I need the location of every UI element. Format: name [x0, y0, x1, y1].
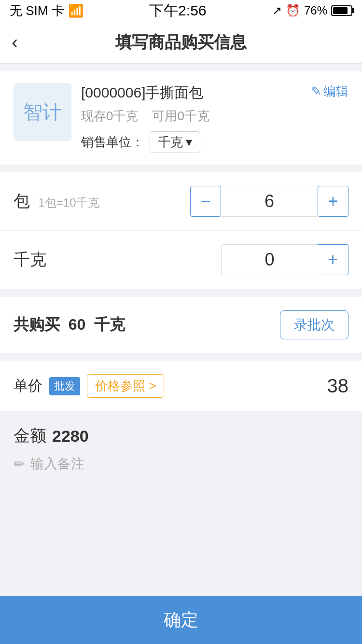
location-icon: ↗ [272, 4, 282, 17]
qty-input-kg[interactable] [221, 244, 318, 275]
qty-controls-kg: + [221, 244, 348, 275]
quantity-section: 包 1包=10千克 − + 千克 + [0, 172, 362, 289]
amount-value: 2280 [52, 427, 89, 446]
price-ref-button[interactable]: 价格参照 > [87, 374, 164, 398]
total-section: 共购买 60 千克 录批次 [0, 297, 362, 353]
price-tag: 批发 [49, 377, 80, 395]
price-value: 38 [327, 375, 349, 397]
product-name: [0000006]手撕面包 [81, 83, 311, 103]
nav-bar: ‹ 填写商品购买信息 [0, 21, 362, 64]
battery-icon [331, 5, 352, 16]
status-carrier: 无 SIM 卡 📶 [10, 2, 84, 19]
price-section: 单价 批发 价格参照 > 38 [0, 361, 362, 411]
remark-row[interactable]: ✏ 输入备注 [14, 455, 348, 473]
amount-section: 金额 2280 ✏ 输入备注 [0, 411, 362, 481]
unit-select[interactable]: 千克 ▾ [150, 131, 200, 153]
batch-button[interactable]: 录批次 [280, 310, 348, 339]
price-label: 单价 [14, 376, 42, 396]
wifi-icon: 📶 [68, 3, 84, 18]
pencil-icon: ✏ [14, 456, 25, 472]
increment-bao-button[interactable]: + [318, 186, 348, 217]
qty-row-kg: 千克 + [0, 231, 362, 289]
alarm-icon: ⏰ [286, 4, 300, 17]
qty-input-bao[interactable] [221, 186, 318, 217]
page-title: 填写商品购买信息 [115, 31, 247, 54]
total-amount: 60 [69, 316, 86, 333]
product-logo-text: 智计 [23, 99, 62, 126]
status-time: 下午2:56 [149, 1, 206, 21]
amount-row: 金额 2280 [14, 425, 348, 447]
product-thumbnail: 智计 [14, 83, 71, 141]
qty-controls-bao: − + [190, 186, 348, 217]
increment-kg-button[interactable]: + [318, 244, 348, 275]
edit-icon: ✎ [311, 84, 321, 99]
battery-percent: 76% [304, 4, 327, 17]
product-info: [0000006]手撕面包 ✎ 编辑 现存0千克 可用0千克 销售单位： 千克 … [81, 83, 348, 153]
qty-sub-label-bao: 1包=10千克 [38, 196, 99, 209]
decrement-bao-button[interactable]: − [190, 186, 221, 217]
qty-label-kg: 千克 [14, 249, 100, 271]
chevron-down-icon: ▾ [186, 135, 192, 150]
edit-button[interactable]: ✎ 编辑 [311, 83, 348, 100]
back-button[interactable]: ‹ [12, 31, 18, 53]
total-text: 共购买 60 千克 [14, 314, 125, 336]
qty-label-bao: 包 1包=10千克 [14, 190, 100, 212]
product-section: 智计 [0000006]手撕面包 ✎ 编辑 现存0千克 可用0千克 销售单位： … [0, 71, 362, 165]
remark-placeholder: 输入备注 [30, 455, 84, 473]
status-right: ↗ ⏰ 76% [272, 4, 352, 17]
product-stock: 现存0千克 可用0千克 [81, 108, 348, 125]
product-unit-row: 销售单位： 千克 ▾ [81, 131, 348, 153]
status-bar: 无 SIM 卡 📶 下午2:56 ↗ ⏰ 76% [0, 0, 362, 21]
qty-row-bao: 包 1包=10千克 − + [0, 172, 362, 231]
confirm-button[interactable]: 确定 [0, 596, 362, 644]
